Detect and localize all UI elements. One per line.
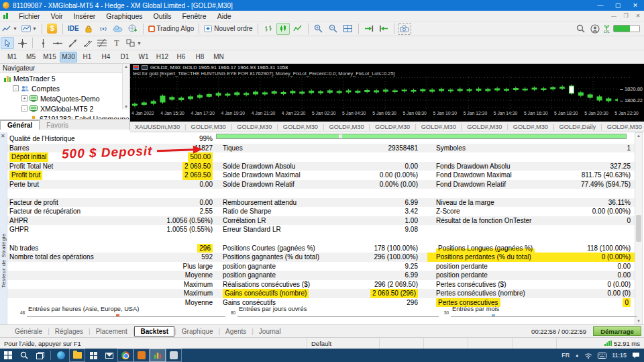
chart-type-dropdown[interactable]: ▼ — [1, 23, 19, 35]
timeframe-button-h1[interactable]: H1 — [78, 52, 96, 62]
navigator-scrollbar[interactable]: ▲▼ — [122, 64, 129, 109]
search-button[interactable] — [574, 23, 587, 35]
scroll-up-icon[interactable]: ▲ — [637, 134, 641, 138]
timeframe-button-m15[interactable]: M15 — [41, 52, 58, 62]
navigator-tab-favoris[interactable]: Favoris — [40, 121, 75, 130]
timeframe-button-m30[interactable]: M30 — [60, 52, 77, 62]
wifi-icon[interactable] — [584, 353, 592, 359]
scroll-thumb[interactable] — [636, 215, 641, 242]
candles-chart-button[interactable] — [276, 23, 290, 35]
menu-item-outils[interactable]: Outils — [148, 12, 177, 20]
chart-tab[interactable]: GOLD#,M30 — [232, 124, 276, 130]
chart-tab[interactable]: GOLD#,M30 — [370, 124, 415, 130]
shapes-tool-button[interactable]: ▼ — [125, 37, 143, 49]
chart-tab[interactable]: XAUUSDm,M30 — [130, 124, 184, 130]
crosshair-tool-button[interactable] — [15, 37, 29, 49]
tree-item-metaquotes-demo[interactable]: +MetaQuotes-Demo — [0, 93, 129, 103]
timeframe-button-w1[interactable]: W1 — [135, 52, 152, 62]
account-button[interactable] — [588, 23, 602, 35]
broadcast-button[interactable] — [97, 23, 110, 35]
new-order-button[interactable]: Nouvel ordre — [203, 23, 254, 35]
shift-back-button[interactable] — [377, 23, 390, 35]
indicator-dropdown[interactable]: ▼ — [20, 23, 38, 35]
generic-app-button[interactable] — [166, 349, 182, 362]
tile-windows-button[interactable] — [341, 23, 355, 35]
channel-tool-button[interactable] — [80, 37, 94, 49]
timeframe-button-m5[interactable]: M5 — [22, 52, 40, 62]
menu-item-voir[interactable]: Voir — [46, 12, 68, 20]
zoom-out-button[interactable] — [327, 23, 340, 35]
scroll-up-icon[interactable]: ▲ — [124, 64, 128, 69]
child-close-button[interactable]: ✕ — [632, 13, 644, 19]
chart-tab[interactable]: GOLD#,M30 — [508, 124, 553, 130]
collapse-icon[interactable]: - — [21, 105, 28, 111]
cloud-button[interactable] — [111, 23, 125, 35]
office-app-button[interactable] — [133, 349, 150, 362]
hline-tool-button[interactable] — [51, 37, 64, 49]
menu-item-fenêtre[interactable]: Fenêtre — [176, 12, 211, 20]
tree-item-comptes[interactable]: -Comptes — [0, 83, 129, 93]
start-button[interactable]: Démarrage — [593, 326, 641, 336]
menu-item-fichier[interactable]: Fichier — [13, 12, 46, 20]
tester-scrollbar[interactable]: ▲ ▼ — [635, 132, 643, 324]
timeframe-button-d1[interactable]: D1 — [116, 52, 133, 62]
clock[interactable]: 11:15 — [612, 352, 627, 359]
store-app-button[interactable] — [85, 349, 101, 362]
tree-item-xmglobal-mt5-2[interactable]: -XMGlobal-MT5 2 — [0, 103, 129, 114]
timeframe-button-m1[interactable]: M1 — [3, 52, 21, 62]
collapse-icon[interactable]: - — [13, 85, 19, 91]
chrome-app-button[interactable] — [117, 349, 133, 362]
start-button[interactable] — [0, 349, 16, 362]
scroll-down-icon[interactable]: ▼ — [637, 319, 641, 323]
lock-button[interactable] — [82, 23, 95, 35]
text-tool-button[interactable]: T — [110, 37, 123, 49]
edge-app-button[interactable] — [53, 349, 69, 362]
level-indicator[interactable]: LVL — [604, 25, 610, 33]
chart-tab[interactable]: GOLD#,M30 — [602, 124, 644, 130]
minimize-button[interactable]: — — [592, 0, 609, 11]
scroll-down-icon[interactable]: ▼ — [124, 105, 128, 109]
metatrader-app-button[interactable] — [150, 349, 166, 362]
notification-icon[interactable] — [632, 352, 640, 359]
timeframe-button-h4[interactable]: H4 — [97, 52, 115, 62]
deposit-button[interactable]: $ — [46, 23, 59, 35]
expand-icon[interactable]: + — [21, 95, 28, 101]
child-restore-button[interactable]: ❐ — [620, 13, 632, 19]
chart-tab[interactable]: GOLD#,M30 — [417, 124, 461, 130]
tester-tab-graphique[interactable]: Graphique — [176, 327, 219, 336]
tester-tab-journal[interactable]: Journal — [254, 327, 286, 336]
line-chart-button[interactable] — [291, 23, 305, 35]
chart-tab[interactable]: GOLD#,M30 — [186, 124, 231, 130]
chart-tab[interactable]: GOLD#,M30 — [278, 124, 323, 130]
chart-tab[interactable]: GOLD#,M30 — [324, 124, 368, 130]
tester-close-icon[interactable]: ✕ — [1, 133, 5, 139]
screenshot-button[interactable] — [398, 23, 411, 35]
timeframe-button-h8[interactable]: H8 — [191, 52, 209, 62]
keyboard-icon[interactable] — [598, 353, 606, 359]
timeframe-button-h6[interactable]: H6 — [172, 52, 190, 62]
cursor-tool-button[interactable] — [1, 37, 14, 49]
task-view-button[interactable] — [32, 349, 48, 362]
zoom-in-button[interactable] — [312, 23, 325, 35]
shift-end-button[interactable] — [362, 23, 376, 35]
close-button[interactable]: ✕ — [627, 0, 644, 11]
tree-item-67191282-fahd-hammoune[interactable]: 67191282: Fahd Hammoune — [0, 114, 129, 119]
taskbar-search-button[interactable] — [16, 349, 32, 362]
mail-app-button[interactable] — [101, 349, 117, 362]
ide-button[interactable]: IDE — [66, 23, 80, 35]
maximize-button[interactable]: ▢ — [609, 0, 627, 11]
tray-expand-icon[interactable]: ▲ — [575, 353, 579, 357]
navigator-tab-général[interactable]: Général — [0, 120, 40, 130]
menu-item-insérer[interactable]: Insérer — [68, 12, 101, 20]
menu-item-graphiques[interactable]: Graphiques — [101, 12, 148, 20]
timeframe-button-h12[interactable]: H12 — [154, 52, 171, 62]
timeframe-button-mn[interactable]: MN — [210, 52, 227, 62]
chart-tab[interactable]: GOLD#,Daily — [554, 124, 600, 130]
bars-chart-button[interactable] — [262, 23, 275, 35]
chart-tab[interactable]: GOLD#,M30 — [462, 124, 506, 130]
tree-item-metatrader-5[interactable]: MetaTrader 5 — [0, 73, 129, 83]
menu-item-aide[interactable]: Aide — [212, 12, 237, 20]
chart-panel[interactable]: GOLD#, M30: GOLD 1965.91 1966.17 1964.93… — [130, 64, 644, 122]
tester-tab-réglages[interactable]: Réglages — [50, 327, 89, 336]
fibonacci-tool-button[interactable] — [95, 37, 109, 49]
